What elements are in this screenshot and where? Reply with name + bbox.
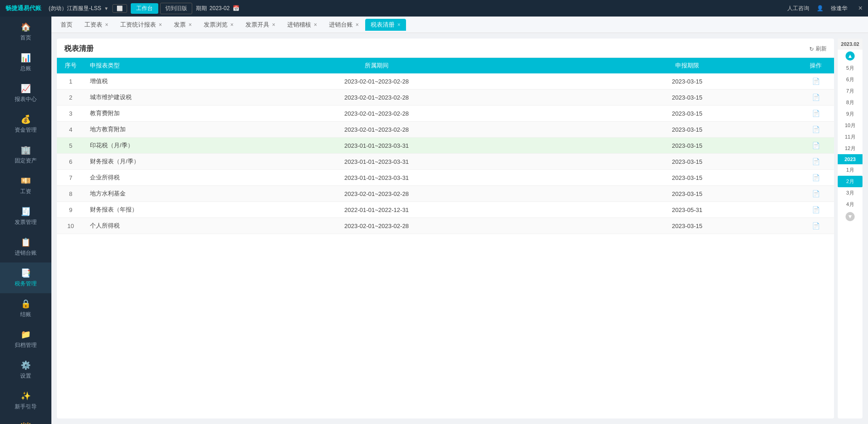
cell-deadline: 2023-03-15 bbox=[577, 138, 797, 154]
refresh-button[interactable]: ↻ 刷新 bbox=[809, 45, 827, 53]
sidebar-item-home[interactable]: 🏠 首页 bbox=[0, 17, 51, 47]
action-icon-1[interactable]: 📄 bbox=[812, 94, 820, 101]
sidebar-item-purchase[interactable]: 📋 进销台账 bbox=[0, 232, 51, 262]
cal-next-button[interactable]: ▼ bbox=[846, 212, 855, 221]
action-icon-6[interactable]: 📄 bbox=[812, 174, 820, 181]
cell-type: 财务报表（年报） bbox=[84, 202, 176, 218]
salary-icon: 💴 bbox=[21, 176, 31, 186]
sidebar-item-settings[interactable]: ⚙️ 设置 bbox=[0, 355, 51, 385]
calendar-icon[interactable]: 📅 bbox=[233, 5, 239, 11]
cal-month-2022-8[interactable]: 8月 bbox=[838, 97, 862, 108]
cal-month-2022-7[interactable]: 7月 bbox=[838, 85, 862, 97]
action-icon-8[interactable]: 📄 bbox=[812, 206, 820, 213]
tab-purchase-ledger[interactable]: 进销台账 × bbox=[323, 19, 364, 31]
tab-tax-list[interactable]: 税表清册 × bbox=[365, 19, 406, 31]
tab-salary-report[interactable]: 工资统计报表 × bbox=[115, 19, 167, 31]
tab-purchase-ledger-close[interactable]: × bbox=[356, 22, 359, 28]
tab-invoice-browse-close[interactable]: × bbox=[230, 22, 234, 28]
action-icon-2[interactable]: 📄 bbox=[812, 110, 820, 117]
tab-invoice-close[interactable]: × bbox=[189, 22, 192, 28]
cal-month-2022-6[interactable]: 6月 bbox=[838, 74, 862, 85]
company-name: (勿动）江西服垦-LSS bbox=[49, 5, 101, 12]
cal-nav-down: ▼ bbox=[838, 210, 862, 223]
cal-month-2022-11[interactable]: 11月 bbox=[838, 131, 862, 143]
sidebar-item-assets[interactable]: 🏢 固定资产 bbox=[0, 139, 51, 170]
tab-tax-list-close[interactable]: × bbox=[397, 22, 401, 28]
sidebar-item-archive[interactable]: 📁 归档管理 bbox=[0, 324, 51, 355]
cell-no: 9 bbox=[57, 202, 84, 218]
top-bar: 畅捷通易代账 (勿动）江西服垦-LSS ▼ ⬜ 工作台 切到旧版 期期 2023… bbox=[0, 0, 868, 17]
sidebar-item-closing[interactable]: 🔒 结账 bbox=[0, 293, 51, 324]
cal-prev-button[interactable]: ▲ bbox=[846, 51, 855, 61]
support-link[interactable]: 人工咨询 bbox=[787, 5, 809, 12]
sidebar-item-invoice[interactable]: 🧾 发票管理 bbox=[0, 201, 51, 232]
workbench-button[interactable]: 工作台 bbox=[131, 3, 158, 14]
sidebar-item-report[interactable]: 📈 报表中心 bbox=[0, 78, 51, 109]
right-actions: 人工咨询 👤 徐逢华 × bbox=[787, 4, 862, 12]
sidebar-item-vip[interactable]: 👑 畅会员 bbox=[0, 416, 51, 424]
action-icon-3[interactable]: 📄 bbox=[812, 126, 820, 133]
tax-icon: 📑 bbox=[21, 268, 31, 278]
main-layout: 🏠 首页 📊 总账 📈 报表中心 💰 资金管理 🏢 固定资产 💴 工资 🧾 发票… bbox=[0, 17, 868, 424]
cell-deadline: 2023-03-15 bbox=[577, 218, 797, 234]
cell-deadline: 2023-03-15 bbox=[577, 89, 797, 106]
window-close-button[interactable]: × bbox=[858, 4, 862, 12]
table-row: 9 财务报表（年报） 2022-01-01~2022-12-31 2023-05… bbox=[57, 202, 834, 218]
col-no: 序号 bbox=[57, 58, 84, 73]
sidebar-item-ledger[interactable]: 📊 总账 bbox=[0, 47, 51, 78]
col-type: 申报表类型 bbox=[84, 58, 176, 73]
tab-invoice-open[interactable]: 发票开具 × bbox=[240, 19, 281, 31]
tab-invoice-open-close[interactable]: × bbox=[272, 22, 275, 28]
tab-tax-list-label: 税表清册 bbox=[371, 21, 395, 29]
cell-type: 地方水利基金 bbox=[84, 186, 176, 202]
copy-icon-btn[interactable]: ⬜ bbox=[112, 4, 127, 13]
table-row: 2 城市维护建设税 2023-02-01~2023-02-28 2023-03-… bbox=[57, 89, 834, 106]
action-icon-7[interactable]: 📄 bbox=[812, 190, 820, 197]
tab-purchase-check[interactable]: 进销稽核 × bbox=[282, 19, 323, 31]
cell-period: 2022-01-01~2022-12-31 bbox=[176, 202, 577, 218]
cal-month-2022-10[interactable]: 10月 bbox=[838, 120, 862, 131]
sidebar-item-salary[interactable]: 💴 工资 bbox=[0, 170, 51, 201]
cal-month-2023-3[interactable]: 3月 bbox=[838, 187, 862, 199]
table-body: 1 增值税 2023-02-01~2023-02-28 2023-03-15 📄… bbox=[57, 73, 834, 234]
action-icon-9[interactable]: 📄 bbox=[812, 222, 820, 229]
content-area: 首页 工资表 × 工资统计报表 × 发票 × 发票浏览 × 发票开具 × bbox=[51, 17, 868, 424]
action-icon-5[interactable]: 📄 bbox=[812, 158, 820, 165]
cal-month-2022-12[interactable]: 12月 bbox=[838, 143, 862, 154]
sidebar-item-tax[interactable]: 📑 税务管理 bbox=[0, 262, 51, 293]
sidebar-item-guide[interactable]: ✨ 新手引导 bbox=[0, 385, 51, 416]
cell-type: 教育费附加 bbox=[84, 106, 176, 122]
action-icon-4[interactable]: 📄 bbox=[812, 142, 820, 149]
sidebar-item-fund[interactable]: 💰 资金管理 bbox=[0, 109, 51, 139]
refresh-label: 刷新 bbox=[816, 45, 827, 53]
cal-month-2023-1[interactable]: 1月 bbox=[838, 164, 862, 176]
sidebar: 🏠 首页 📊 总账 📈 报表中心 💰 资金管理 🏢 固定资产 💴 工资 🧾 发票… bbox=[0, 17, 51, 424]
guide-icon: ✨ bbox=[21, 391, 31, 401]
sidebar-label-assets: 固定资产 bbox=[15, 157, 37, 165]
tab-home[interactable]: 首页 bbox=[55, 19, 78, 31]
cell-period: 2023-01-01~2023-03-31 bbox=[176, 138, 577, 154]
cell-no: 2 bbox=[57, 89, 84, 106]
old-version-button[interactable]: 切到旧版 bbox=[160, 3, 192, 14]
cell-action: 📄 bbox=[797, 106, 834, 122]
tab-salary[interactable]: 工资表 × bbox=[79, 19, 114, 31]
refresh-icon: ↻ bbox=[809, 46, 814, 52]
company-selector[interactable]: (勿动）江西服垦-LSS ▼ bbox=[49, 5, 109, 12]
user-avatar: 👤 bbox=[817, 5, 823, 11]
tab-purchase-check-close[interactable]: × bbox=[314, 22, 317, 28]
action-icon-0[interactable]: 📄 bbox=[812, 78, 820, 85]
fund-icon: 💰 bbox=[21, 114, 31, 124]
tab-invoice[interactable]: 发票 × bbox=[168, 19, 197, 31]
cal-month-2023-4[interactable]: 4月 bbox=[838, 199, 862, 210]
assets-icon: 🏢 bbox=[21, 145, 31, 155]
tab-salary-close[interactable]: × bbox=[105, 22, 108, 28]
cal-month-2023-2[interactable]: 2月 bbox=[838, 176, 862, 187]
tab-salary-report-close[interactable]: × bbox=[159, 22, 162, 28]
tax-table: 序号 申报表类型 所属期间 申报期限 操作 1 增值税 2023-02-01~2… bbox=[57, 58, 834, 234]
cal-month-2022-9[interactable]: 9月 bbox=[838, 108, 862, 120]
tab-invoice-browse[interactable]: 发票浏览 × bbox=[198, 19, 239, 31]
sidebar-label-home: 首页 bbox=[20, 34, 31, 42]
col-period: 所属期间 bbox=[176, 58, 577, 73]
sidebar-label-invoice: 发票管理 bbox=[15, 218, 37, 226]
cal-month-2022-5[interactable]: 5月 bbox=[838, 62, 862, 74]
